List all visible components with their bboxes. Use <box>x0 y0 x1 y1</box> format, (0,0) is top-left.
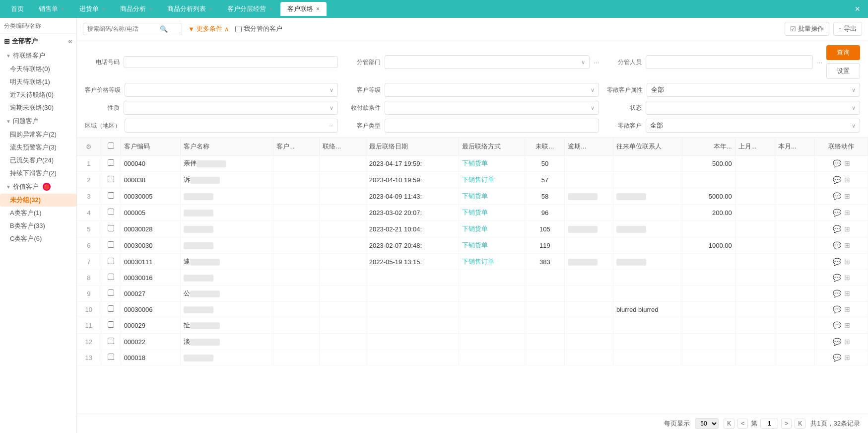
payment-select[interactable]: ∨ <box>385 101 599 115</box>
dots-action-icon[interactable]: ⊞ <box>844 225 850 233</box>
row-checkbox-cell[interactable] <box>101 155 121 172</box>
row-last-method[interactable] <box>459 317 525 334</box>
batch-operation-button[interactable]: ☑ 批量操作 <box>785 22 829 36</box>
row-checkbox[interactable] <box>108 321 114 328</box>
last-method-link[interactable]: 下销售订单 <box>462 176 494 183</box>
row-last-method[interactable]: 下销售订单 <box>459 254 525 270</box>
row-checkbox[interactable] <box>108 274 114 280</box>
last-method-link[interactable]: 下销货单 <box>462 209 488 216</box>
row-last-method[interactable]: 下销货单 <box>459 155 525 172</box>
last-method-link[interactable]: 下销货单 <box>462 192 488 200</box>
row-checkbox-cell[interactable] <box>101 302 121 317</box>
row-checkbox-cell[interactable] <box>101 286 121 302</box>
row-checkbox-cell[interactable] <box>101 221 121 237</box>
sidebar-pending-group[interactable]: ▼ 待联络客户 <box>0 49 76 63</box>
search-input-container[interactable]: 🔍 <box>83 23 182 35</box>
row-checkbox-cell[interactable] <box>101 205 121 221</box>
close-purchase-icon[interactable]: × <box>102 5 105 12</box>
chat-action-icon[interactable]: 💬 <box>833 289 841 297</box>
last-method-link[interactable]: 下销货单 <box>462 225 488 232</box>
sidebar-item-overdue-pending[interactable]: 逾期未联络(30) <box>0 101 76 114</box>
chat-action-icon[interactable]: 💬 <box>833 305 841 313</box>
dots-action-icon[interactable]: ⊞ <box>844 192 850 200</box>
row-checkbox[interactable] <box>108 338 114 344</box>
page-size-select[interactable]: 50 <box>695 418 719 429</box>
chat-action-icon[interactable]: 💬 <box>833 225 841 233</box>
row-checkbox[interactable] <box>108 354 114 360</box>
chat-action-icon[interactable]: 💬 <box>833 176 841 184</box>
chat-action-icon[interactable]: 💬 <box>833 338 841 346</box>
tab-sales[interactable]: 销售单 × <box>32 2 71 16</box>
row-checkbox-cell[interactable] <box>101 334 121 350</box>
last-method-link[interactable]: 下销售订单 <box>462 258 494 265</box>
sidebar-item-churn-warning[interactable]: 流失预警客户(3) <box>0 141 76 154</box>
chat-action-icon[interactable]: 💬 <box>833 159 841 167</box>
dots-action-icon[interactable]: ⊞ <box>844 354 850 361</box>
row-last-method[interactable] <box>459 302 525 317</box>
chat-action-icon[interactable]: 💬 <box>833 209 841 216</box>
status-select[interactable]: ∨ <box>646 101 860 115</box>
my-customers-check[interactable] <box>235 26 242 32</box>
row-checkbox-cell[interactable] <box>101 350 121 365</box>
row-checkbox-cell[interactable] <box>101 317 121 334</box>
close-product-analysis-icon[interactable]: × <box>149 5 152 12</box>
prev-page-button[interactable]: < <box>737 419 748 429</box>
row-checkbox-cell[interactable] <box>101 254 121 270</box>
row-checkbox[interactable] <box>108 209 114 215</box>
tab-product-analysis[interactable]: 商品分析 × <box>113 2 159 16</box>
reset-button[interactable]: 设置 <box>826 63 860 79</box>
tab-home[interactable]: 首页 <box>4 2 31 16</box>
price-level-select[interactable]: ∨ <box>125 83 338 97</box>
collapse-sidebar-icon[interactable]: « <box>68 37 72 46</box>
row-checkbox[interactable] <box>108 305 114 312</box>
first-page-button[interactable]: K <box>724 419 734 429</box>
tab-product-analysis-list[interactable]: 商品分析列表 × <box>160 2 219 16</box>
search-icon[interactable]: 🔍 <box>160 25 168 33</box>
my-customers-checkbox[interactable]: 我分管的客户 <box>235 24 282 33</box>
last-page-button[interactable]: K <box>795 419 805 429</box>
row-checkbox-cell[interactable] <box>101 270 121 286</box>
phone-input[interactable] <box>124 56 338 68</box>
dots-action-icon[interactable]: ⊞ <box>844 258 850 266</box>
row-checkbox[interactable] <box>108 159 114 166</box>
tab-purchase[interactable]: 进货单 × <box>72 2 112 16</box>
region-select[interactable]: ··· <box>125 119 338 133</box>
dots-action-icon[interactable]: ⊞ <box>844 241 850 249</box>
sidebar-search-bar[interactable]: 🔍 <box>0 18 76 34</box>
row-last-method[interactable] <box>459 350 525 365</box>
gender-select[interactable]: ∨ <box>124 101 338 115</box>
chat-action-icon[interactable]: 💬 <box>833 274 841 282</box>
sidebar-item-no-group[interactable]: 未分组(32) <box>0 194 76 207</box>
close-customer-tier-icon[interactable]: × <box>269 5 272 12</box>
dots-action-icon[interactable]: ⊞ <box>844 176 850 184</box>
more-conditions-btn[interactable]: ▼ 更多条件 ∧ <box>188 24 229 33</box>
chat-action-icon[interactable]: 💬 <box>833 192 841 200</box>
sidebar-item-group-b[interactable]: B类客户(33) <box>0 219 76 232</box>
window-close-icon[interactable]: × <box>851 4 864 14</box>
dots-action-icon[interactable]: ⊞ <box>844 321 850 329</box>
person-select[interactable] <box>646 55 813 69</box>
chat-action-icon[interactable]: 💬 <box>833 354 841 361</box>
sidebar-item-tomorrow-pending[interactable]: 明天待联络(1) <box>0 75 76 88</box>
dots-action-icon[interactable]: ⊞ <box>844 274 850 282</box>
sidebar-value-group[interactable]: ▼ 价值客户 🔴 <box>0 180 76 194</box>
sidebar-item-group-c[interactable]: C类客户(6) <box>0 232 76 245</box>
row-checkbox-cell[interactable] <box>101 172 121 188</box>
dots-action-icon[interactable]: ⊞ <box>844 159 850 167</box>
close-product-analysis-list-icon[interactable]: × <box>209 5 212 12</box>
sidebar-item-churned[interactable]: 已流失客户(24) <box>0 154 76 167</box>
retail-customer-select[interactable]: 全部 ∨ <box>646 119 860 133</box>
search-input[interactable] <box>87 25 157 32</box>
dots-action-icon[interactable]: ⊞ <box>844 209 850 216</box>
row-checkbox[interactable] <box>108 192 114 199</box>
row-checkbox-cell[interactable] <box>101 237 121 254</box>
page-number-input[interactable] <box>760 419 778 429</box>
sidebar-item-group-a[interactable]: A类客户(1) <box>0 207 76 219</box>
last-method-link[interactable]: 下销货单 <box>462 241 488 249</box>
dots-action-icon[interactable]: ⊞ <box>844 338 850 346</box>
customer-type-select[interactable] <box>385 119 599 133</box>
dots-action-icon[interactable]: ⊞ <box>844 305 850 313</box>
sidebar-item-declining[interactable]: 持续下滑客户(2) <box>0 167 76 180</box>
sidebar-item-today-pending[interactable]: 今天待联络(0) <box>0 63 76 75</box>
row-last-method[interactable]: 下销货单 <box>459 237 525 254</box>
